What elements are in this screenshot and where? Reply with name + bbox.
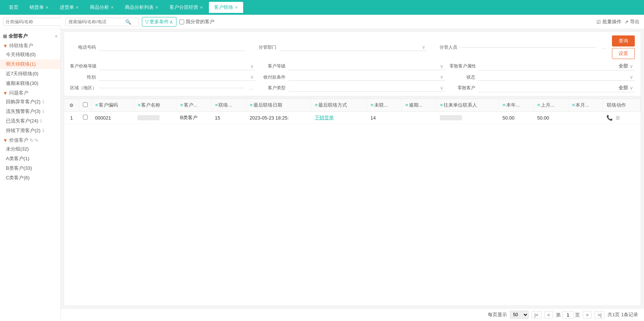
close-icon[interactable]: ✕ — [45, 5, 49, 10]
zero-customer-select[interactable]: 全部 ∨ — [478, 84, 635, 92]
row-last-contact-method[interactable]: 下销货单 — [311, 112, 367, 124]
payment-select[interactable]: ∨ — [288, 73, 445, 81]
phone-input[interactable] — [99, 44, 246, 51]
chevron-down-icon: ∨ — [250, 74, 254, 80]
per-page-select[interactable]: 50 100 200 — [510, 311, 529, 319]
close-icon[interactable]: ✕ — [235, 5, 238, 10]
row-select-checkbox[interactable] — [83, 115, 88, 120]
sidebar-item-repurchase-abnormal[interactable]: 回购异常客户(2) ℹ — [0, 97, 60, 107]
masked-name — [137, 115, 160, 120]
zero-customer-label: 零散客户 — [449, 85, 475, 91]
column-this-month[interactable]: ≡本月... — [568, 99, 603, 112]
close-icon[interactable]: ✕ — [200, 5, 203, 10]
row-uncontacted: 14 — [367, 112, 402, 124]
sidebar-item-today-pending[interactable]: 今天待联络(0) — [0, 50, 60, 59]
column-uncontacted[interactable]: ≡未联... — [367, 99, 402, 112]
nav-product-analysis[interactable]: 商品分析 ✕ — [85, 2, 119, 13]
sidebar-item-churn-warning[interactable]: 流失预警客户(3) ℹ — [0, 107, 60, 116]
qr-action-icon[interactable]: ⊞ — [616, 115, 620, 121]
export-btn[interactable]: ↗ 导出 — [624, 18, 640, 25]
sidebar-item-class-b[interactable]: B类客户(33) — [0, 163, 60, 173]
sidebar-item-ungrouped[interactable]: 未分组(32) — [0, 144, 60, 154]
close-icon[interactable]: ✕ — [111, 5, 114, 10]
filter-zero-customer: 零散客户 全部 ∨ — [449, 84, 635, 92]
nav-home[interactable]: 首页 — [4, 2, 24, 13]
sidebar-item-overdue-pending[interactable]: 逾期未联络(30) — [0, 79, 60, 88]
table-header-row: ⚙ ≡客户编码 ≡客户名称 ≡客户... ≡联络... ≡最后联络日期 ≡最后联… — [64, 99, 641, 112]
first-page-btn[interactable]: |< — [532, 311, 542, 319]
column-name[interactable]: ≡客户名称 — [134, 99, 176, 112]
column-code[interactable]: ≡客户编码 — [91, 99, 134, 112]
sidebar-search-area: 🔍 — [0, 15, 60, 29]
nav-customer-contact[interactable]: 客户联络 ✕ — [209, 2, 243, 13]
refresh-icon[interactable]: ↻ — [30, 138, 34, 143]
last-contact-link[interactable]: 下销货单 — [315, 115, 334, 120]
sort-icon: ≡ — [503, 102, 505, 108]
gender-select[interactable]: ∨ — [99, 73, 255, 81]
more-options-icon[interactable]: … — [248, 85, 255, 91]
sidebar-content: ⊞ 全部客户 « ▼ 待联络客户 今天待联络(0) 明天待联络(1) 近7天待联… — [0, 29, 60, 321]
customer-type-select[interactable]: ∨ — [288, 84, 445, 92]
nav-customer-tier[interactable]: 客户分层经营 ✕ — [164, 2, 208, 13]
sidebar-search-input[interactable] — [3, 18, 63, 26]
close-icon[interactable]: ✕ — [155, 5, 158, 10]
column-last-contact-method[interactable]: ≡最后联络方式 — [311, 99, 367, 112]
my-customers-checkbox-label[interactable]: 我分管的客户 — [179, 18, 214, 25]
more-options-icon[interactable]: … — [600, 45, 608, 50]
sidebar-item-churned[interactable]: 已流失客户(24) ℹ — [0, 116, 60, 126]
column-gear[interactable]: ⚙ — [64, 99, 79, 112]
price-level-select[interactable]: ∨ — [99, 63, 255, 70]
column-type[interactable]: ≡客户... — [176, 99, 211, 112]
price-level-label: 客户价格等级 — [70, 63, 97, 69]
data-table-area: ⚙ ≡客户编码 ≡客户名称 ≡客户... ≡联络... ≡最后联络日期 ≡最后联… — [64, 99, 641, 306]
sidebar-item-class-a[interactable]: A类客户(1) — [0, 154, 60, 163]
customer-table: ⚙ ≡客户编码 ≡客户名称 ≡客户... ≡联络... ≡最后联络日期 ≡最后联… — [64, 99, 641, 124]
column-last-month[interactable]: ≡上月... — [533, 99, 568, 112]
chevron-down-icon: ∨ — [440, 63, 444, 69]
close-icon[interactable]: ✕ — [76, 5, 79, 10]
my-customers-checkbox[interactable] — [179, 20, 184, 24]
more-conditions-btn[interactable]: ▽ 更多条件 ∧ — [142, 17, 176, 27]
search-input[interactable] — [69, 19, 124, 24]
sidebar-item-declining[interactable]: 持续下滑客户(2) ℹ — [0, 126, 60, 135]
sidebar: 🔍 ⊞ 全部客户 « ▼ 待联络客户 今天待联络(0) 明天待联络(1) 近7天… — [0, 15, 61, 321]
nav-sales-order[interactable]: 销货单 ✕ — [24, 2, 54, 13]
status-select[interactable]: ∨ — [478, 73, 635, 81]
sidebar-item-7days-pending[interactable]: 近7天待联络(0) — [0, 69, 60, 79]
customer-level-select[interactable]: ∨ — [288, 63, 445, 70]
next-page-btn[interactable]: > — [583, 311, 592, 319]
zero-attr-select[interactable]: 全部 ∨ — [479, 62, 635, 70]
column-last-contact-date[interactable]: ≡最后联络日期 — [246, 99, 311, 112]
nav-product-analysis-list[interactable]: 商品分析列表 ✕ — [120, 2, 164, 13]
search-icon[interactable]: 🔍 — [125, 19, 131, 25]
payment-label: 收付款条件 — [260, 74, 286, 80]
dept-select[interactable]: ∨ — [279, 44, 427, 51]
column-this-year[interactable]: ≡本年... — [499, 99, 533, 112]
search-box[interactable]: 🔍 — [65, 18, 139, 26]
masked-contact — [440, 115, 462, 120]
sidebar-item-tomorrow-pending[interactable]: 明天待联络(1) — [0, 59, 60, 69]
settings-button[interactable]: 设置 — [612, 48, 635, 59]
row-this-month — [568, 112, 603, 124]
row-contact-person — [436, 112, 499, 124]
info-icon: ℹ — [42, 128, 44, 133]
column-checkbox[interactable] — [79, 99, 91, 112]
column-contact-person[interactable]: ≡往来单位联系人 — [436, 99, 499, 112]
sidebar-all-customers[interactable]: ⊞ 全部客户 « — [0, 31, 60, 41]
collapse-icon[interactable]: « — [55, 34, 57, 39]
column-overdue[interactable]: ≡逾期... — [402, 99, 436, 112]
nav-purchase-order[interactable]: 进货单 ✕ — [55, 2, 84, 13]
row-checkbox[interactable] — [79, 112, 91, 124]
sidebar-item-class-c[interactable]: C类客户(6) — [0, 173, 60, 183]
bulk-action-btn[interactable]: ☑ 批量操作 — [596, 18, 622, 25]
prev-page-btn[interactable]: < — [545, 311, 553, 319]
select-all-checkbox[interactable] — [83, 102, 88, 107]
total-label: 共1页 1条记录 — [608, 311, 638, 318]
column-contacts[interactable]: ≡联络... — [211, 99, 246, 112]
last-page-btn[interactable]: >| — [595, 311, 605, 319]
phone-action-icon[interactable]: 📞 — [606, 115, 613, 121]
edit-icon[interactable]: ✎ — [35, 138, 39, 143]
query-button[interactable]: 查询 — [612, 35, 635, 46]
advanced-filter-panel: 电话号码 分管部门 ∨ 分管人员 … 查询 设置 — [64, 31, 641, 96]
page-number-input[interactable] — [562, 311, 574, 319]
